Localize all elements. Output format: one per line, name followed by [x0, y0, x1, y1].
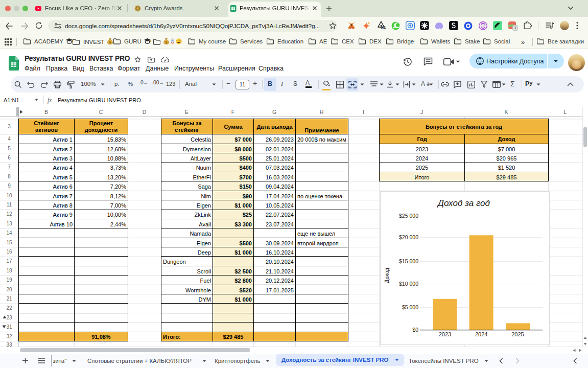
- svg-text:2023: 2023: [439, 331, 451, 337]
- svg-text:$15 000: $15 000: [399, 258, 418, 264]
- svg-text:$0: $0: [412, 327, 418, 333]
- svg-text:2025: 2025: [511, 331, 524, 337]
- svg-text:$10 000: $10 000: [399, 281, 418, 287]
- svg-text:$25 000: $25 000: [399, 213, 418, 219]
- svg-text:$20 000: $20 000: [399, 234, 418, 240]
- svg-text:2024: 2024: [475, 331, 487, 337]
- svg-text:Доход за год: Доход за год: [437, 198, 490, 208]
- svg-text:$5 000: $5 000: [402, 304, 418, 310]
- svg-text:Доход: Доход: [384, 268, 390, 283]
